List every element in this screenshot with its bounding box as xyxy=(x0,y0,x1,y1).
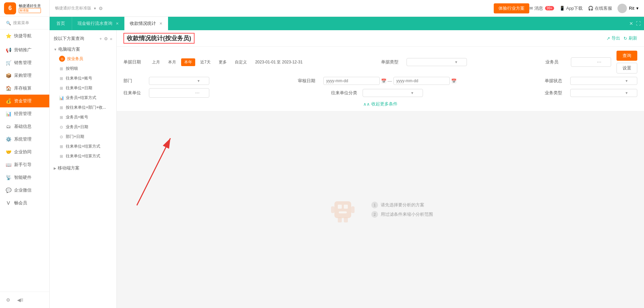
scheme-group-pc-title[interactable]: ▼ 电脑端方案 xyxy=(50,45,116,54)
tab-bank[interactable]: 现金银行流水查询 ✕ xyxy=(72,17,124,30)
date-tab-group: 上月 本月 本年 近7天 更多 自定义 xyxy=(149,58,250,66)
svg-rect-1 xyxy=(338,205,342,209)
sidebar-item-operation[interactable]: 📊 经营管理 xyxy=(0,107,49,120)
scheme-collapse-icon[interactable]: « xyxy=(110,36,112,41)
tab-collection-close-icon[interactable]: ✕ xyxy=(159,21,162,26)
date-tab-thisyear[interactable]: 本年 xyxy=(181,58,195,66)
tabbar-close-icon[interactable]: ✕ xyxy=(629,21,633,26)
salesman-select[interactable]: ··· xyxy=(571,57,611,67)
audit-date-end-icon[interactable]: 📅 xyxy=(451,79,457,84)
detail-icon: ⊞ xyxy=(59,66,64,71)
counterpart-dots-icon[interactable]: ··· xyxy=(195,90,200,96)
sidebar-item-member[interactable]: V 畅会员 xyxy=(0,197,49,209)
collapse-chevron-icon: ∧∧ xyxy=(363,102,370,107)
audit-date-end[interactable] xyxy=(393,77,450,85)
sidebar-item-wechat[interactable]: 💬 企业微信 xyxy=(0,184,49,197)
app-download-label: App下载 xyxy=(566,5,583,11)
date-tab-lastmonth[interactable]: 上月 xyxy=(149,58,163,66)
sidebar-item-quicknav[interactable]: ⭐ 快捷导航 xyxy=(0,30,49,42)
sidebar-item-finance[interactable]: 💰 资金管理 xyxy=(0,95,49,107)
sidebar-item-hardware[interactable]: 📡 智能硬件 xyxy=(0,171,49,184)
sidebar: 6 畅捷通好生意 标准版 🔍 搜索菜单 ⭐ 快捷导航 📢 营销推广 🛒 销售管理… xyxy=(0,0,50,308)
sidebar-item-marketing[interactable]: 📢 营销推广 xyxy=(0,44,49,56)
scheme-group-mobile-title[interactable]: ▶ 移动端方案 xyxy=(50,164,116,172)
salesman-account-icon: ⊞ xyxy=(59,115,64,120)
tab-bank-close-icon[interactable]: ✕ xyxy=(116,21,119,26)
scheme-item-detail[interactable]: ⊞ 按明细 xyxy=(50,64,116,73)
logo-name: 畅捷通好生意 xyxy=(19,3,41,8)
topbar-settings-icon[interactable]: ⚙ xyxy=(99,6,103,11)
sidebar-item-sales[interactable]: 🛒 销售管理 xyxy=(0,56,49,69)
step-1-num: 1 xyxy=(371,202,378,208)
scheme-settings-icon[interactable]: ⚙ xyxy=(104,36,108,41)
date-tab-more[interactable]: 更多 xyxy=(216,58,230,66)
date-tab-7days[interactable]: 近7天 xyxy=(197,58,214,66)
download-icon: 📱 xyxy=(559,6,565,11)
salesman-dots-icon[interactable]: ··· xyxy=(597,59,601,65)
audit-date-start-icon[interactable]: 📅 xyxy=(381,79,386,84)
hardware-label: 智能硬件 xyxy=(14,174,32,181)
online-service-group[interactable]: 🎧 在线客服 xyxy=(588,5,612,11)
scheme-item-counterpart-settle2-label: 往来单位+结算方式 xyxy=(66,153,100,159)
sidebar-item-inventory[interactable]: 🏠 库存核算 xyxy=(0,82,49,95)
scheme-group-mobile: ▶ 移动端方案 xyxy=(50,162,116,174)
dept-select[interactable]: ▾ xyxy=(149,77,209,85)
settings-bottom-btn[interactable]: ⚙ xyxy=(3,295,13,305)
scheme-item-salesman-date[interactable]: ⊙ 业务员+日期 xyxy=(50,122,116,132)
counterpart-type-select[interactable]: ▾ xyxy=(363,89,423,97)
topbar-chevron-icon[interactable]: ▾ xyxy=(94,6,96,11)
collapse-btn[interactable]: ∧∧ 收起更多条件 xyxy=(123,101,637,107)
scheme-item-dept-date[interactable]: ⊙ 部门+日期 xyxy=(50,132,116,142)
guide-icon: 📖 xyxy=(5,162,11,168)
expand-icon: ▼ xyxy=(54,48,57,51)
trial-btn[interactable]: 体验行业方案 xyxy=(494,3,529,13)
tab-bank-label: 现金银行流水查询 xyxy=(77,20,112,27)
tabbar-expand-icon[interactable]: ⛶ xyxy=(636,21,641,26)
set-btn[interactable]: 设置 xyxy=(616,63,637,73)
scheme-add-icon[interactable]: + xyxy=(99,36,102,41)
svg-rect-7 xyxy=(344,217,348,222)
filter-row-3: 往来单位 ··· 往来单位分类 ▾ 业务类型 ▾ xyxy=(123,88,637,98)
counterpart-select[interactable]: ··· xyxy=(149,88,209,98)
right-panel: 收款情况统计(按业务员) ↗ 导出 ↻ 刷新 单据日期 xyxy=(117,30,644,308)
svg-line-9 xyxy=(137,138,170,205)
scheme-item-salesman[interactable]: ⊙ 按业务员 xyxy=(50,54,116,64)
hardware-icon: 📡 xyxy=(5,174,11,181)
refresh-btn[interactable]: ↻ 刷新 xyxy=(624,35,637,41)
scheme-item-complex[interactable]: ⊞ 按往来单位+部门+收... xyxy=(50,103,116,112)
sidebar-search[interactable]: 🔍 搜索菜单 xyxy=(0,17,49,30)
scheme-item-counterpart-date-label: 往来单位+日期 xyxy=(66,85,92,91)
date-tab-thismonth[interactable]: 本月 xyxy=(165,58,179,66)
audit-date-start[interactable] xyxy=(323,77,380,85)
date-label: 单据日期 xyxy=(123,59,144,65)
date-tab-custom[interactable]: 自定义 xyxy=(232,58,250,66)
service-icon: 🎧 xyxy=(588,6,593,11)
scheme-item-counterpart-settle2[interactable]: ⊞ 往来单位+结算方式 xyxy=(50,151,116,161)
export-btn[interactable]: ↗ 导出 xyxy=(606,35,620,41)
main-area: 畅捷通好生意标准版 ▾ ⚙ 体验行业方案 ✉ 消息 99+ 📱 App下载 🎧 … xyxy=(50,0,644,308)
user-area[interactable]: Rit ▾ xyxy=(618,4,639,13)
scheme-item-counterpart-date[interactable]: ⊞ 往来单位+日期 xyxy=(50,83,116,93)
message-group[interactable]: ✉ 消息 99+ xyxy=(529,5,554,11)
sidebar-item-base[interactable]: 🗂 基础信息 xyxy=(0,120,49,133)
sidebar-item-enterprise[interactable]: 🤝 企业协同 xyxy=(0,146,49,158)
doc-status-select[interactable]: ▾ xyxy=(570,77,637,85)
pc-group-label: 电脑端方案 xyxy=(58,46,80,52)
topbar-breadcrumb: 畅捷通好生意标准版 xyxy=(55,5,91,11)
tab-home[interactable]: 首页 xyxy=(50,17,72,30)
scheme-item-counterpart-settle1[interactable]: ⊞ 往来单位+结算方式 xyxy=(50,142,116,151)
sidebar-item-system[interactable]: ⚙️ 系统管理 xyxy=(0,133,49,146)
scheme-item-salesman-account[interactable]: ⊞ 业务员+账号 xyxy=(50,112,116,122)
scheme-item-salesman-settle[interactable]: 📊 业务员+结算方式 xyxy=(50,93,116,103)
tab-collection[interactable]: 收款情况统计 ✕ xyxy=(124,17,168,30)
business-type-arrow-icon: ▾ xyxy=(626,91,628,95)
app-download-group[interactable]: 📱 App下载 xyxy=(559,5,583,11)
collapse-sidebar-btn[interactable]: ◀II xyxy=(15,295,25,305)
sidebar-item-purchase[interactable]: 📦 采购管理 xyxy=(0,69,49,82)
query-btn[interactable]: 查询 xyxy=(616,51,637,61)
scheme-item-counterpart-account[interactable]: ⊞ 往来单位+账号 xyxy=(50,73,116,83)
business-type-select[interactable]: ▾ xyxy=(570,89,637,97)
sidebar-item-guide[interactable]: 📖 新手引导 xyxy=(0,158,49,171)
wechat-label: 企业微信 xyxy=(14,187,32,193)
doc-type-select[interactable]: ▾ xyxy=(407,58,467,66)
